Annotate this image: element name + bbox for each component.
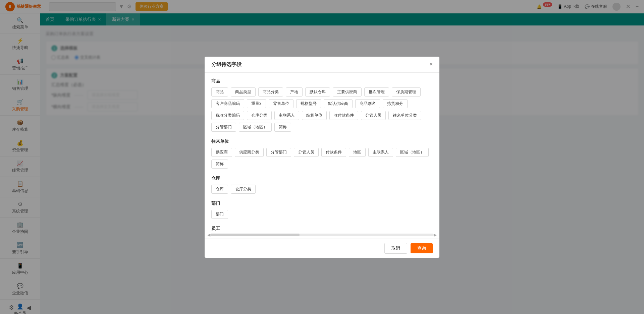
section-department: 部门 部门: [211, 200, 433, 219]
field-partner-region[interactable]: 区域（地区）: [396, 148, 429, 157]
section-product-fields: 商品 商品类型 商品分类 产地 默认仓库 主要供应商 批次管理 保质期管理 客户…: [211, 87, 433, 132]
field-shelf-life[interactable]: 保质期管理: [392, 87, 421, 97]
hscroll-left-arrow[interactable]: ◀: [207, 233, 210, 237]
modal-header: 分组待选字段 ×: [205, 57, 439, 73]
field-warehouse-category[interactable]: 仓库分类: [247, 111, 272, 120]
section-warehouse: 仓库 仓库 仓库分类: [211, 175, 433, 194]
section-employee: 员工 业务员: [211, 226, 433, 231]
field-partner-supervisor[interactable]: 分管人员: [294, 148, 319, 157]
field-partner-contact[interactable]: 主联系人: [368, 148, 393, 157]
field-weight[interactable]: 重量3: [247, 99, 266, 108]
field-region[interactable]: 区域（地区）: [239, 123, 272, 132]
cancel-button[interactable]: 取消: [384, 243, 407, 254]
field-supplier[interactable]: 供应商: [211, 148, 232, 157]
field-default-warehouse[interactable]: 默认仓库: [305, 87, 330, 97]
confirm-button[interactable]: 查询: [411, 243, 433, 253]
field-warehouse[interactable]: 仓库: [211, 185, 228, 194]
field-pay-terms[interactable]: 付款条件: [321, 148, 346, 157]
section-department-title: 部门: [211, 200, 433, 206]
field-default-supplier[interactable]: 默认供应商: [324, 99, 353, 108]
field-retail-unit[interactable]: 零售单位: [269, 99, 293, 108]
field-area[interactable]: 地区: [349, 148, 366, 157]
section-partner-fields: 供应商 供应商分类 分管部门 分管人员 付款条件 地区 主联系人 区域（地区） …: [211, 148, 433, 169]
section-employee-title: 员工: [211, 226, 433, 231]
field-origin[interactable]: 产地: [286, 87, 303, 97]
section-warehouse-fields: 仓库 仓库分类: [211, 185, 433, 194]
field-settlement-unit[interactable]: 结算单位: [302, 111, 327, 120]
hscroll-bar: [210, 234, 434, 236]
field-product-alias[interactable]: 商品别名: [355, 99, 380, 108]
field-spec-model[interactable]: 规格型号: [296, 99, 321, 108]
modal-body[interactable]: 商品 商品 商品类型 商品分类 产地 默认仓库 主要供应商 批次管理 保质期管理…: [205, 73, 439, 231]
field-short-name[interactable]: 简称: [274, 123, 291, 132]
field-pick-points[interactable]: 拣货积分: [383, 99, 408, 108]
modal-close-button[interactable]: ×: [430, 61, 433, 67]
section-partner-title: 往来单位: [211, 138, 433, 144]
hscroll-thumb: [210, 234, 300, 236]
field-supervisor[interactable]: 分管人员: [361, 111, 386, 120]
field-warehouse-cat[interactable]: 仓库分类: [231, 185, 256, 194]
modal-overlay: 分组待选字段 × 商品 商品 商品类型 商品分类 产地 默认仓库 主要供应商 批…: [0, 0, 644, 314]
field-tax-code[interactable]: 税收分类编码: [211, 111, 244, 120]
modal-footer: 取消 查询: [205, 239, 439, 258]
field-department[interactable]: 部门: [211, 210, 228, 219]
section-warehouse-title: 仓库: [211, 175, 433, 181]
field-supplier-category[interactable]: 供应商分类: [235, 148, 264, 157]
modal-horizontal-scrollbar[interactable]: ◀ ▶: [205, 231, 439, 239]
field-payment-terms[interactable]: 收付款条件: [329, 111, 358, 120]
field-batch-mgmt[interactable]: 批次管理: [364, 87, 389, 97]
hscroll-right-arrow[interactable]: ▶: [434, 233, 437, 237]
field-select-modal: 分组待选字段 × 商品 商品 商品类型 商品分类 产地 默认仓库 主要供应商 批…: [205, 57, 439, 258]
field-customer-code[interactable]: 客户商品编码: [211, 99, 244, 108]
section-product: 商品 商品 商品类型 商品分类 产地 默认仓库 主要供应商 批次管理 保质期管理…: [211, 78, 433, 132]
field-partner-category[interactable]: 往来单位分类: [388, 111, 421, 120]
field-product[interactable]: 商品: [211, 87, 228, 97]
field-partner-dept[interactable]: 分管部门: [266, 148, 291, 157]
section-partner: 往来单位 供应商 供应商分类 分管部门 分管人员 付款条件 地区 主联系人 区域…: [211, 138, 433, 169]
section-product-title: 商品: [211, 78, 433, 84]
field-product-type[interactable]: 商品类型: [231, 87, 256, 97]
section-department-fields: 部门: [211, 210, 433, 219]
field-dept[interactable]: 分管部门: [211, 123, 236, 132]
modal-title: 分组待选字段: [211, 61, 241, 68]
field-partner-short[interactable]: 简称: [211, 160, 228, 169]
field-main-supplier[interactable]: 主要供应商: [333, 87, 362, 97]
field-main-contact[interactable]: 主联系人: [274, 111, 299, 120]
field-product-category[interactable]: 商品分类: [258, 87, 283, 97]
